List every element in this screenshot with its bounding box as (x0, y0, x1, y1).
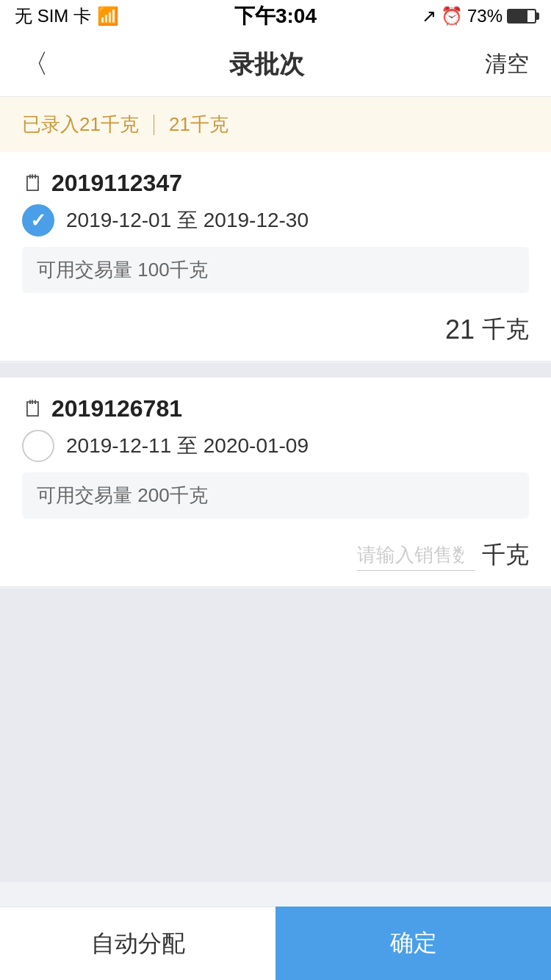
batch-id-2: 2019126781 (51, 395, 182, 422)
available-row-1: 可用交易量 100千克 (22, 247, 529, 293)
batch-header-1: 🗒 2019112347 (0, 152, 551, 204)
qty-unit-2: 千克 (482, 539, 529, 572)
page-title: 录批次 (229, 48, 304, 82)
qty-input-2[interactable] (357, 540, 475, 571)
radio-btn-2[interactable] (22, 430, 54, 462)
no-sim-text: 无 SIM 卡 (15, 4, 91, 28)
confirm-button[interactable]: 确定 (276, 907, 551, 980)
available-row-2: 可用交易量 200千克 (22, 472, 529, 519)
location-icon: ↗ (422, 6, 436, 26)
battery-text: 73% (467, 6, 503, 26)
batch-date-row-2: 2019-12-11 至 2020-01-09 (0, 430, 551, 472)
batch-date-1: 2019-12-01 至 2019-12-30 (66, 206, 309, 234)
batch-item-2: 🗒 2019126781 2019-12-11 至 2020-01-09 可用交… (0, 378, 551, 587)
status-right: ↗ ⏰ 73% (422, 6, 536, 26)
batch-id-1: 2019112347 (51, 170, 182, 197)
nav-bar: 〈 录批次 清空 (0, 32, 551, 97)
bottom-bar: 自动分配 确定 (0, 907, 551, 980)
input-row-1: 21 千克 (0, 303, 551, 361)
status-time: 下午3:04 (234, 2, 317, 30)
radio-btn-1[interactable] (22, 204, 54, 237)
status-bar: 无 SIM 卡 📶 下午3:04 ↗ ⏰ 73% (0, 0, 551, 32)
batch-item-1: 🗒 2019112347 2019-12-01 至 2019-12-30 可用交… (0, 152, 551, 361)
summary-divider (154, 115, 154, 135)
batch-header-2: 🗒 2019126781 (0, 378, 551, 430)
summary-label: 已录入21千克 (22, 112, 139, 137)
batch-date-row-1: 2019-12-01 至 2019-12-30 (0, 204, 551, 247)
back-button[interactable]: 〈 (22, 46, 48, 82)
battery-icon (507, 9, 536, 24)
batch-icon-1: 🗒 (22, 171, 44, 196)
alarm-icon: ⏰ (441, 6, 463, 26)
batch-date-2: 2019-12-11 至 2020-01-09 (66, 432, 309, 460)
auto-distribute-button[interactable]: 自动分配 (0, 907, 276, 980)
wifi-icon: 📶 (97, 6, 119, 26)
status-left: 无 SIM 卡 📶 (15, 4, 119, 28)
section-separator (0, 363, 551, 378)
qty-value-1: 21 (445, 314, 475, 345)
qty-unit-1: 千克 (482, 314, 529, 346)
input-row-2[interactable]: 千克 (0, 529, 551, 587)
summary-banner: 已录入21千克 21千克 (0, 97, 551, 152)
batch-icon-2: 🗒 (22, 397, 44, 422)
summary-value: 21千克 (169, 112, 228, 137)
clear-button[interactable]: 清空 (485, 49, 529, 79)
empty-area (0, 588, 551, 882)
